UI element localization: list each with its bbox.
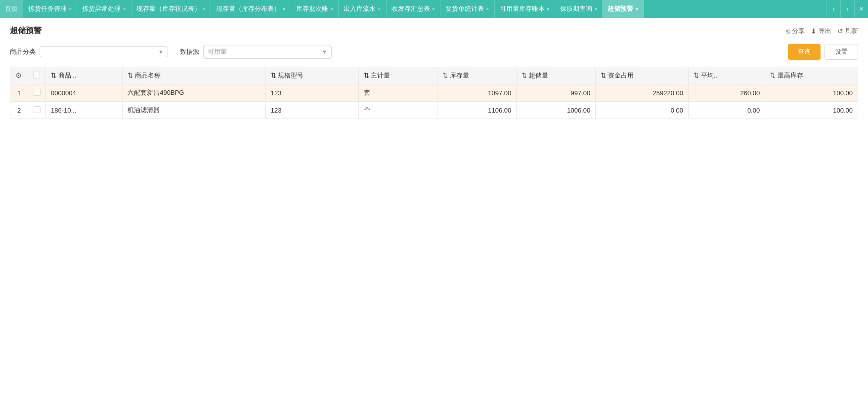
th-unit: ⇅ 主计量 <box>358 67 437 84</box>
action-buttons: ⎋ 分享 ⬇ 导出 ↺ 刷新 <box>786 27 858 36</box>
row-spec-1: 123 <box>265 102 358 119</box>
nav-next[interactable]: › <box>840 0 854 18</box>
th-avg: ⇅ 平均... <box>688 67 765 84</box>
nav-home[interactable]: 首页 <box>0 0 23 18</box>
datasource-label: 数据源 <box>180 47 199 56</box>
th-gear: ⚙ <box>10 67 28 84</box>
nav-overstock-alert[interactable]: 超储预警 × <box>603 0 644 18</box>
nav-task-mgmt[interactable]: 拣货任务管理 × <box>23 0 77 18</box>
nav-arrows: ‹ › × <box>826 0 868 18</box>
nav-close-1[interactable]: × <box>69 6 72 12</box>
row-capital-0: 259220.00 <box>596 84 689 102</box>
th-capital: ⇅ 资金占用 <box>596 67 689 84</box>
query-button[interactable]: 查询 <box>788 44 821 60</box>
refresh-icon: ↺ <box>837 27 843 35</box>
page-title: 超储预警 <box>10 26 42 36</box>
export-icon: ⬇ <box>811 27 817 35</box>
row-maxstock-0: 100.00 <box>765 84 858 102</box>
nav-close-8[interactable]: × <box>486 6 489 12</box>
th-checkbox <box>28 67 46 84</box>
nav-batch-account[interactable]: 库存批次账 × <box>291 0 339 18</box>
row-num-0: 1 <box>10 84 28 102</box>
nav-exception[interactable]: 拣货异常处理 × <box>77 0 131 18</box>
th-name: ⇅ 商品名称 <box>123 67 266 84</box>
datasource-value: 可用量 <box>208 47 227 56</box>
nav-close-6[interactable]: × <box>378 6 381 12</box>
row-maxstock-1: 100.00 <box>765 102 858 119</box>
row-stock-0: 1097.00 <box>437 84 517 102</box>
data-table: ⚙ ⇅ 商品... ⇅ 商品名称 ⇅ 规格型号 ⇅ <box>10 67 858 119</box>
settings-button[interactable]: 设置 <box>825 44 858 60</box>
row-select-0[interactable] <box>34 89 41 96</box>
export-button[interactable]: ⬇ 导出 <box>811 27 831 36</box>
th-spec: ⇅ 规格型号 <box>265 67 358 84</box>
nav-close-all[interactable]: × <box>854 0 868 18</box>
column-settings-icon[interactable]: ⚙ <box>15 71 22 79</box>
nav-close-3[interactable]: × <box>203 6 206 12</box>
table-head: ⚙ ⇅ 商品... ⇅ 商品名称 ⇅ 规格型号 ⇅ <box>10 67 858 84</box>
nav-prev[interactable]: ‹ <box>826 0 840 18</box>
nav-close-7[interactable]: × <box>432 6 435 12</box>
top-nav: 首页 拣货任务管理 × 拣货异常处理 × 现存量（库存状况表） × 现存量（库存… <box>0 0 868 18</box>
row-spec-0: 123 <box>265 84 358 102</box>
row-checkbox-1 <box>28 102 46 119</box>
chevron-down-icon: ▼ <box>158 49 164 55</box>
row-stock-1: 1106.00 <box>437 102 517 119</box>
nav-close-11[interactable]: × <box>635 6 638 12</box>
nav-order-stats[interactable]: 要货单统计表 × <box>440 0 494 18</box>
table-row: 2 186-10... 机油滤清器 123 个 1106.00 1006.00 … <box>10 102 858 119</box>
page-content: 超储预警 ⎋ 分享 ⬇ 导出 ↺ 刷新 商品分类 ▼ 数据源 <box>0 18 868 127</box>
category-label: 商品分类 <box>10 47 36 56</box>
nav-shelf-life[interactable]: 保质期查询 × <box>555 0 603 18</box>
row-overstock-1: 1006.00 <box>517 102 596 119</box>
datasource-filter: 数据源 可用量 ▼ <box>180 45 332 59</box>
datasource-select[interactable]: 可用量 ▼ <box>203 45 332 59</box>
row-avg-0: 260.00 <box>688 84 765 102</box>
nav-close-4[interactable]: × <box>282 6 285 12</box>
nav-receive-summary[interactable]: 收发存汇总表 × <box>387 0 440 18</box>
row-checkbox-0 <box>28 84 46 102</box>
row-code-1: 186-10... <box>46 102 123 119</box>
nav-inout-flow[interactable]: 出入库流水 × <box>339 0 386 18</box>
row-code-0: 0000004 <box>46 84 123 102</box>
table-row: 1 0000004 六配套新昌490BPG 123 套 1097.00 997.… <box>10 84 858 102</box>
share-icon: ⎋ <box>786 27 790 35</box>
select-all-checkbox[interactable] <box>33 72 40 79</box>
datasource-chevron-icon: ▼ <box>322 49 327 55</box>
th-overstock: ⇅ 超储量 <box>517 67 596 84</box>
table-header-row: ⚙ ⇅ 商品... ⇅ 商品名称 ⇅ 规格型号 ⇅ <box>10 67 858 84</box>
nav-close-9[interactable]: × <box>547 6 550 12</box>
row-overstock-0: 997.00 <box>517 84 596 102</box>
row-name-1: 机油滤清器 <box>123 102 266 119</box>
table-body: 1 0000004 六配套新昌490BPG 123 套 1097.00 997.… <box>10 84 858 119</box>
nav-close-10[interactable]: × <box>594 6 597 12</box>
row-unit-0: 套 <box>358 84 437 102</box>
category-filter: 商品分类 ▼ <box>10 46 168 57</box>
nav-inventory-dist[interactable]: 现存量（库存分布表） × <box>211 0 291 18</box>
filter-buttons: 查询 设置 <box>788 44 858 60</box>
row-unit-1: 个 <box>358 102 437 119</box>
nav-available-ledger[interactable]: 可用量库存账本 × <box>495 0 555 18</box>
category-select[interactable]: ▼ <box>40 46 168 57</box>
th-maxstock: ⇅ 最高库存 <box>765 67 858 84</box>
share-button[interactable]: ⎋ 分享 <box>786 27 805 36</box>
nav-close-5[interactable]: × <box>330 6 333 12</box>
nav-inventory-status[interactable]: 现存量（库存状况表） × <box>131 0 211 18</box>
row-select-1[interactable] <box>34 106 41 113</box>
row-name-0: 六配套新昌490BPG <box>123 84 266 102</box>
page-title-row: 超储预警 ⎋ 分享 ⬇ 导出 ↺ 刷新 <box>10 26 858 36</box>
th-code: ⇅ 商品... <box>46 67 123 84</box>
row-num-1: 2 <box>10 102 28 119</box>
refresh-button[interactable]: ↺ 刷新 <box>837 27 858 36</box>
row-capital-1: 0.00 <box>596 102 689 119</box>
row-avg-1: 0.00 <box>688 102 765 119</box>
th-stock: ⇅ 库存量 <box>437 67 517 84</box>
nav-close-2[interactable]: × <box>123 6 126 12</box>
filter-row: 商品分类 ▼ 数据源 可用量 ▼ 查询 设置 <box>10 44 858 60</box>
